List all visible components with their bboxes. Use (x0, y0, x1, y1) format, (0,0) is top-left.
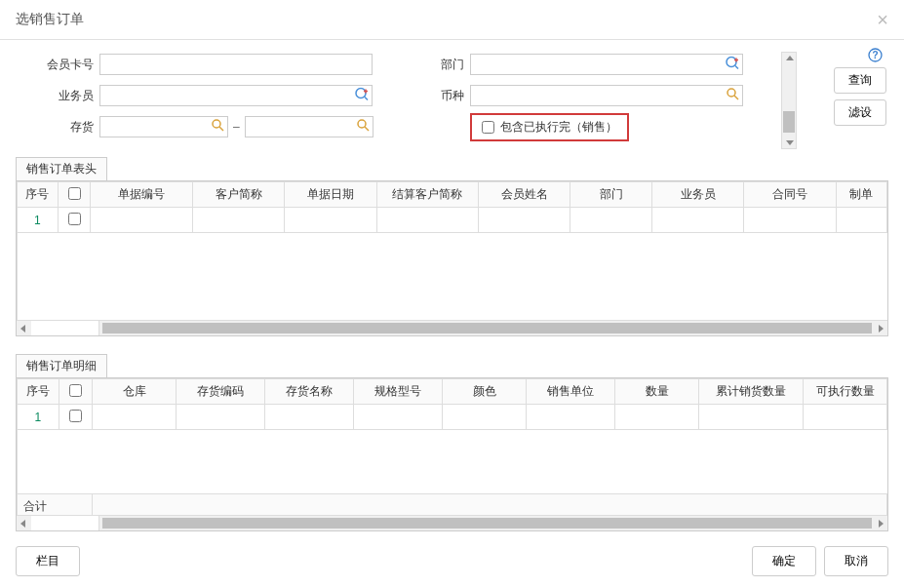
row-checkbox[interactable] (69, 410, 82, 422)
member-card-label: 会员卡号 (16, 57, 94, 73)
col-qty: 数量 (615, 379, 699, 405)
salesperson-label: 业务员 (16, 88, 94, 104)
horizontal-scrollbar[interactable] (17, 320, 887, 335)
cell[interactable] (570, 208, 652, 233)
svg-point-8 (727, 58, 736, 67)
cell[interactable] (443, 405, 527, 430)
svg-point-0 (356, 89, 366, 98)
cell[interactable] (804, 405, 887, 430)
ok-button[interactable]: 确定 (752, 546, 816, 576)
cell[interactable] (285, 208, 376, 233)
cell[interactable] (265, 405, 354, 430)
scrollbar-thumb[interactable] (102, 518, 872, 529)
header-table-section: 销售订单表头 序号 单据编号 客户简称 单据日期 结算客户简称 会员姓名 部门 … (16, 157, 888, 336)
search-icon[interactable] (727, 88, 739, 103)
dialog-header: 选销售订单 × (0, 0, 904, 40)
col-date: 单据日期 (285, 182, 376, 208)
cancel-button[interactable]: 取消 (824, 546, 888, 576)
col-warehouse: 仓库 (93, 379, 177, 405)
col-contract: 合同号 (744, 182, 836, 208)
cell[interactable] (176, 405, 264, 430)
empty-space (18, 430, 887, 494)
cell[interactable] (479, 208, 570, 233)
inventory-label: 存货 (16, 119, 94, 136)
col-seq: 序号 (18, 182, 59, 208)
row-checkbox[interactable] (68, 213, 81, 225)
empty-space (18, 233, 887, 327)
table-row[interactable]: 1 (18, 405, 887, 430)
col-seq: 序号 (18, 379, 59, 405)
row-check-cell (58, 208, 91, 233)
detail-table-title: 销售订单明细 (16, 354, 107, 377)
header-table-header-row: 序号 单据编号 客户简称 单据日期 结算客户简称 会员姓名 部门 业务员 合同号… (18, 182, 887, 208)
inventory-from-input[interactable] (99, 116, 228, 137)
col-invname: 存货名称 (265, 379, 354, 405)
department-label: 部门 (425, 57, 464, 73)
close-button[interactable]: × (877, 10, 888, 29)
plus-icon[interactable] (726, 57, 739, 73)
columns-button[interactable]: 栏目 (16, 546, 80, 576)
search-icon[interactable] (357, 119, 370, 135)
plus-icon[interactable] (355, 88, 369, 104)
table-row[interactable]: 1 (18, 208, 887, 233)
select-all-checkbox[interactable] (68, 187, 81, 200)
col-invcode: 存货编码 (176, 379, 264, 405)
svg-point-12 (727, 89, 735, 97)
search-icon[interactable] (212, 119, 224, 135)
header-table-title: 销售订单表头 (16, 157, 107, 180)
svg-line-9 (735, 66, 738, 69)
col-dept: 部门 (570, 182, 652, 208)
cell[interactable] (652, 208, 744, 233)
footer: 栏目 确定 取消 (16, 546, 888, 576)
currency-input[interactable] (470, 85, 743, 106)
member-card-input[interactable] (99, 54, 373, 75)
filter-section: 会员卡号 业务员 存货 – (0, 40, 904, 153)
scrollbar-thumb[interactable] (102, 323, 872, 333)
cell[interactable] (193, 208, 285, 233)
cell[interactable] (698, 405, 803, 430)
filter-scrollbar[interactable] (781, 52, 797, 149)
cell[interactable] (615, 405, 699, 430)
cell[interactable] (376, 208, 479, 233)
svg-line-1 (365, 98, 368, 100)
scrollbar-fixed-region (31, 516, 99, 530)
include-executed-wrap: 包含已执行完（销售） (470, 113, 629, 141)
detail-table-section: 销售订单明细 序号 仓库 存货编码 存货名称 规格型号 颜色 销售单位 数量 累… (16, 354, 888, 531)
cell[interactable] (91, 208, 193, 233)
detail-table: 序号 仓库 存货编码 存货名称 规格型号 颜色 销售单位 数量 累计销货数量 可… (17, 378, 887, 520)
col-color: 颜色 (443, 379, 527, 405)
department-input[interactable] (470, 54, 743, 75)
detail-table-header-row: 序号 仓库 存货编码 存货名称 规格型号 颜色 销售单位 数量 累计销货数量 可… (18, 379, 887, 405)
svg-line-5 (219, 127, 223, 131)
filter-settings-button[interactable]: 滤设 (834, 99, 886, 126)
salesperson-input[interactable] (99, 85, 373, 106)
currency-label: 币种 (425, 88, 464, 104)
cell[interactable] (836, 208, 886, 233)
col-maker: 制单 (836, 182, 886, 208)
col-member: 会员姓名 (479, 182, 570, 208)
cell[interactable] (744, 208, 836, 233)
inventory-to-input[interactable] (245, 116, 373, 137)
col-customer: 客户简称 (193, 182, 285, 208)
scrollbar-thumb[interactable] (783, 111, 795, 133)
cell[interactable] (354, 405, 443, 430)
col-settle-customer: 结算客户简称 (376, 182, 479, 208)
cell[interactable] (93, 405, 177, 430)
row-number: 1 (18, 208, 59, 233)
col-unit: 销售单位 (527, 379, 615, 405)
cell[interactable] (527, 405, 615, 430)
dialog-title: 选销售订单 (16, 11, 84, 28)
col-execqty: 可执行数量 (804, 379, 887, 405)
select-all-checkbox[interactable] (69, 384, 82, 397)
row-check-cell (59, 405, 92, 430)
svg-line-13 (734, 96, 738, 99)
col-cumqty: 累计销货数量 (698, 379, 803, 405)
include-executed-checkbox[interactable] (482, 121, 494, 134)
horizontal-scrollbar[interactable] (17, 515, 887, 530)
svg-line-7 (365, 127, 369, 131)
scrollbar-fixed-region (31, 321, 99, 335)
col-salesperson: 业务员 (652, 182, 744, 208)
svg-text:?: ? (872, 50, 878, 60)
query-button[interactable]: 查询 (834, 67, 886, 94)
help-icon[interactable]: ? (868, 48, 883, 65)
